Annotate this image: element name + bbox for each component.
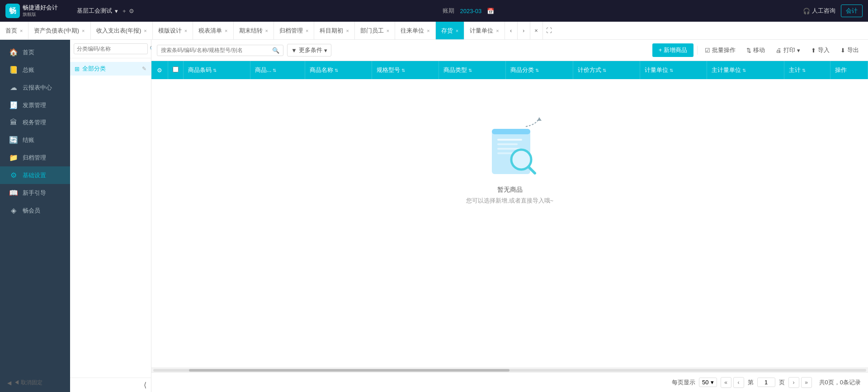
ai-consult-btn[interactable]: 🎧 人工咨询 — [803, 7, 835, 15]
th-type[interactable]: 商品类型⇅ — [439, 61, 506, 79]
tab-close-icon[interactable]: × — [496, 28, 499, 33]
tab-inventory[interactable]: 存货 × — [436, 22, 464, 40]
sidebar-item-tax[interactable]: 🏛 税务管理 — [0, 114, 70, 131]
th-checkbox[interactable] — [168, 61, 183, 79]
tab-archive[interactable]: 归档管理 × — [274, 22, 314, 40]
tab-home[interactable]: 首页 × — [0, 22, 28, 40]
sidebar: 🏠 首页 📒 总账 ☁ 云报表中心 🧾 发票管理 🏛 税务管理 🔄 结账 — [0, 40, 70, 392]
th-unit[interactable]: 计量单位⇅ — [640, 61, 707, 79]
tab-close-icon[interactable]: × — [387, 28, 389, 33]
settings-icon: ⚙ — [9, 171, 18, 179]
tab-close-icon[interactable]: × — [456, 28, 458, 33]
tab-template[interactable]: 模版设计 × — [153, 22, 193, 40]
move-btn[interactable]: ⇅ 移动 — [743, 44, 769, 56]
tab-close-icon[interactable]: × — [427, 28, 429, 33]
add-icon[interactable]: + — [123, 8, 126, 14]
add-product-btn[interactable]: + 新增商品 — [652, 43, 693, 57]
th-barcode[interactable]: 商品条码⇅ — [183, 61, 250, 79]
next-page-btn[interactable]: › — [788, 377, 799, 388]
th-spec[interactable]: 规格型号⇅ — [372, 61, 439, 79]
logo-area: 畅 畅捷通好会计 旗舰版 — [5, 4, 73, 18]
sidebar-item-archive[interactable]: 📁 归档管理 — [0, 149, 70, 166]
company-selector[interactable]: 基层工会测试 ▾ + ⚙ — [77, 7, 134, 15]
main-layout: 🏠 首页 📒 总账 ☁ 云报表中心 🧾 发票管理 🏛 税务管理 🔄 结账 — [0, 40, 868, 392]
company-name: 基层工会测试 — [77, 7, 112, 15]
tab-close-icon[interactable]: × — [20, 28, 23, 33]
tab-expand-btn[interactable]: ⛶ — [543, 22, 556, 40]
th-main-num[interactable]: 主计⇅ — [784, 61, 830, 79]
tab-dept[interactable]: 部门员工 × — [355, 22, 395, 40]
page-size-select[interactable]: 50 ▾ — [699, 378, 717, 387]
last-page-btn[interactable]: » — [801, 377, 812, 388]
select-all-checkbox[interactable] — [173, 66, 179, 72]
category-all[interactable]: ⊞ 全部分类 ✎ — [70, 62, 151, 76]
tab-close-icon[interactable]: × — [225, 28, 227, 33]
tab-close-icon[interactable]: × — [184, 28, 187, 33]
tab-balance[interactable]: 资产负债表(中期) × — [28, 22, 90, 40]
tab-contacts[interactable]: 往来单位 × — [395, 22, 435, 40]
prev-page-btn[interactable]: ‹ — [733, 377, 744, 388]
tab-close-all-btn[interactable]: × — [530, 22, 543, 40]
category-search-input[interactable] — [74, 43, 148, 54]
tab-close-icon[interactable]: × — [346, 28, 349, 33]
edit-icon[interactable]: ✎ — [142, 66, 146, 72]
export-btn[interactable]: ⬇ 导出 — [837, 44, 863, 56]
tab-next-btn[interactable]: › — [518, 22, 530, 40]
page-number-input[interactable] — [757, 378, 775, 387]
tab-subject[interactable]: 科目期初 × — [314, 22, 354, 40]
sidebar-item-guide[interactable]: 📖 新手引导 — [0, 184, 70, 202]
th-code[interactable]: 商品...⇅ — [250, 61, 305, 79]
import-icon: ⬆ — [811, 47, 816, 54]
batch-btn[interactable]: ☑ 批量操作 — [701, 44, 739, 56]
sidebar-item-close[interactable]: 🔄 结账 — [0, 131, 70, 149]
tab-unit[interactable]: 计量单位 × — [464, 22, 505, 40]
th-category[interactable]: 商品分类⇅ — [506, 61, 573, 79]
empty-title: 暂无商品 — [497, 186, 523, 194]
empty-svg — [474, 115, 546, 179]
horizontal-scrollbar[interactable] — [151, 368, 868, 372]
sidebar-item-report[interactable]: ☁ 云报表中心 — [0, 79, 70, 96]
first-page-btn[interactable]: « — [721, 377, 731, 388]
period-value: 2023-03 — [460, 8, 481, 14]
tab-close-icon[interactable]: × — [306, 28, 308, 33]
sidebar-item-ledger[interactable]: 📒 总账 — [0, 61, 70, 79]
sidebar-item-invoice[interactable]: 🧾 发票管理 — [0, 96, 70, 114]
tab-income[interactable]: 收入支出表(年报) × — [91, 22, 153, 40]
tab-prev-btn[interactable]: ‹ — [505, 22, 518, 40]
filter-btn[interactable]: ▼ 更多条件 ▾ — [287, 44, 331, 57]
print-chevron: ▾ — [797, 47, 800, 54]
sidebar-label: 总账 — [23, 66, 34, 74]
scrollbar-thumb[interactable] — [189, 369, 510, 372]
th-price-method[interactable]: 计价方式⇅ — [573, 61, 640, 79]
sidebar-item-home[interactable]: 🏠 首页 — [0, 43, 70, 61]
sidebar-collapse-btn[interactable]: ◀ ◀ 取消固定 — [0, 373, 70, 392]
sidebar-label: 税务管理 — [23, 118, 46, 127]
product-search-input[interactable] — [161, 47, 270, 53]
top-bar: 畅 畅捷通好会计 旗舰版 基层工会测试 ▾ + ⚙ 账期 2023-03 📅 🎧… — [0, 0, 868, 22]
th-main-unit[interactable]: 主计量单位⇅ — [707, 61, 784, 79]
tab-label: 收入支出表(年报) — [96, 27, 142, 35]
search-icon[interactable]: 🔍 — [272, 47, 279, 54]
th-settings[interactable]: ⚙ — [151, 61, 168, 79]
tab-label: 期末结转 — [239, 27, 263, 35]
panel-collapse-btn[interactable]: ⟨ — [144, 381, 146, 389]
tab-period-close[interactable]: 期末结转 × — [234, 22, 274, 40]
sidebar-item-member[interactable]: ◈ 畅会员 — [0, 202, 70, 219]
tab-close-icon[interactable]: × — [265, 28, 268, 33]
sidebar-label: 发票管理 — [23, 101, 46, 109]
import-btn[interactable]: ⬆ 导入 — [807, 44, 833, 56]
batch-label: 批量操作 — [712, 46, 736, 54]
print-btn[interactable]: 🖨 打印 ▾ — [772, 44, 804, 56]
tab-label: 科目期初 — [320, 27, 343, 35]
th-name[interactable]: 商品名称⇅ — [305, 61, 372, 79]
calendar-icon[interactable]: 📅 — [487, 8, 494, 14]
left-panel-footer: ⟨ — [70, 378, 151, 392]
tab-tax[interactable]: 税表清单 × — [193, 22, 233, 40]
account-button[interactable]: 会计 — [841, 5, 863, 17]
sort-icon: ⇅ — [603, 68, 606, 73]
sidebar-item-settings[interactable]: ⚙ 基础设置 — [0, 166, 70, 184]
tab-close-icon[interactable]: × — [144, 28, 146, 33]
tab-close-icon[interactable]: × — [82, 28, 85, 33]
sort-icon: ⇅ — [468, 68, 472, 73]
settings-icon[interactable]: ⚙ — [129, 8, 134, 14]
